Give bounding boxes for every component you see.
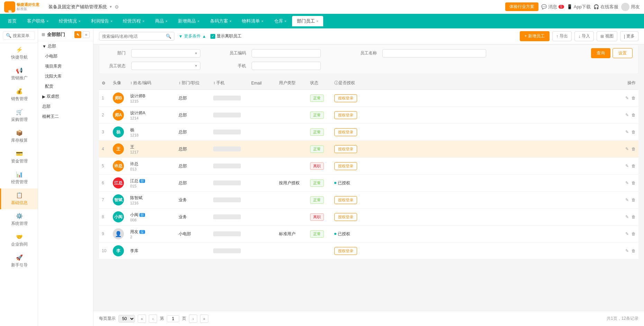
sidebar-item-quick-nav[interactable]: ⚡ 快捷导航 [0, 43, 38, 64]
import-btn[interactable]: ↓ 导入 [574, 31, 594, 41]
tab-department-active[interactable]: 部门员工 × [292, 16, 323, 26]
dept-collapse-icon[interactable]: « [83, 31, 90, 38]
delete-icon[interactable]: 🗑 [632, 214, 636, 219]
tab-bom[interactable]: 物料清单 × [237, 16, 268, 26]
search-input[interactable] [102, 34, 164, 39]
edit-icon[interactable]: ✎ [625, 231, 629, 236]
sidebar-item-collab[interactable]: 🤝 企业协同 [0, 230, 38, 251]
col-dept-position[interactable]: ↕ 部门/职位 [176, 77, 210, 90]
tab-history[interactable]: 经营历程 × [118, 16, 149, 26]
edit-icon[interactable]: ✎ [625, 96, 629, 100]
edit-icon[interactable]: ✎ [625, 214, 629, 219]
dept-edit-icon[interactable]: ✎ [74, 31, 81, 38]
sidebar-item-operation[interactable]: 📊 经营管理 [0, 168, 38, 188]
dept-item-peihuo[interactable]: 配货 [38, 81, 93, 91]
delete-icon[interactable]: 🗑 [632, 164, 636, 168]
delete-icon[interactable]: 🗑 [632, 248, 636, 253]
sidebar-item-guide[interactable]: 🚀 新手引导 [0, 251, 38, 272]
auth-btn[interactable]: 授权登录 [334, 94, 357, 102]
close-icon[interactable]: × [261, 19, 263, 23]
close-icon[interactable]: × [110, 19, 112, 23]
row-auth[interactable]: 授权登录 [332, 141, 373, 158]
close-icon[interactable]: × [284, 19, 287, 23]
phone-input[interactable] [252, 62, 321, 70]
next-page-btn[interactable]: › [189, 315, 197, 323]
sidebar-item-purchase[interactable]: 🛒 采购管理 [0, 105, 38, 126]
search-menu-wrap[interactable]: 🔍 [3, 31, 35, 40]
tab-goods[interactable]: 商品 × [150, 16, 172, 26]
tab-business[interactable]: 经营情况 × [54, 16, 85, 26]
sidebar-item-inventory[interactable]: 📦 库存核算 [0, 126, 38, 147]
add-employee-btn[interactable]: + 新增员工 [520, 31, 550, 41]
emp-code-input[interactable] [252, 49, 321, 58]
row-auth[interactable]: 授权登录 [332, 90, 373, 107]
view-btn[interactable]: ⊞ 视图 [597, 31, 617, 41]
sidebar-item-system[interactable]: ⚙️ 系统管理 [0, 209, 38, 230]
dept-select-wrap[interactable] [131, 49, 200, 58]
row-auth[interactable]: 授权登录 [332, 192, 373, 209]
edit-icon[interactable]: ✎ [625, 113, 629, 117]
dept-item-project[interactable]: 项目库房 [38, 61, 93, 71]
prev-page-btn[interactable]: ‹ [149, 315, 157, 323]
delete-icon[interactable]: 🗑 [632, 113, 636, 117]
search-menu-input[interactable] [13, 33, 32, 38]
query-btn[interactable]: 查询 [591, 48, 610, 58]
tab-profit[interactable]: 利润报告 × [86, 16, 117, 26]
row-auth[interactable]: 授权登录 [332, 243, 373, 259]
auth-btn[interactable]: 授权登录 [334, 111, 357, 119]
delete-icon[interactable]: 🗑 [632, 231, 636, 236]
row-auth[interactable]: 授权登录 [332, 107, 373, 124]
show-inactive-wrap[interactable]: ✓ 显示离职员工 [210, 33, 242, 39]
tab-customer[interactable]: 客户联络 × [22, 16, 53, 26]
edit-icon[interactable]: ✎ [625, 147, 629, 151]
row-auth[interactable]: 授权登录 [332, 124, 373, 141]
app-download-btn[interactable]: 📱 App下载 [567, 4, 591, 10]
online-service-btn[interactable]: 🎧 在线客服 [593, 4, 618, 10]
edit-icon[interactable]: ✎ [625, 180, 629, 185]
dept-select[interactable] [131, 49, 200, 58]
trial-btn[interactable]: 体验行业方案 [505, 2, 538, 11]
set-btn[interactable]: 设置 [613, 48, 633, 58]
close-icon[interactable]: × [316, 19, 318, 23]
edit-icon[interactable]: ✎ [625, 248, 629, 253]
edit-icon[interactable]: ✎ [625, 130, 629, 134]
col-settings[interactable]: ⚙ [99, 77, 110, 90]
col-name-code[interactable]: ↕ 姓名/编码 [127, 77, 176, 90]
show-inactive-checkbox[interactable]: ✓ [210, 34, 215, 39]
current-page-input[interactable] [167, 315, 179, 322]
edit-icon[interactable]: ✎ [625, 164, 629, 168]
row-auth[interactable]: 授权登录 [332, 209, 373, 226]
col-phone[interactable]: ↕ 手机 [210, 77, 248, 90]
sidebar-item-basic-info[interactable]: 📋 基础信息 [0, 188, 38, 209]
close-icon[interactable]: × [142, 19, 144, 23]
auth-btn[interactable]: 授权登录 [334, 196, 357, 204]
dept-item-zongbu[interactable]: 总部 [38, 102, 93, 112]
user-menu[interactable]: 用友 [621, 3, 640, 11]
auth-btn[interactable]: 授权登录 [334, 247, 357, 255]
more-filter-btn[interactable]: ▼ 更多条件 ▲ [179, 33, 206, 39]
first-page-btn[interactable]: « [138, 315, 146, 323]
delete-icon[interactable]: 🗑 [632, 180, 636, 185]
close-icon[interactable]: × [229, 19, 232, 23]
dept-item-xiaodibu[interactable]: 小电部 [38, 51, 93, 61]
tab-barcode[interactable]: 条码方案 × [205, 16, 236, 26]
dept-item-zhishu[interactable]: 植树王二 [38, 112, 93, 122]
per-page-select[interactable]: 50 [118, 315, 135, 323]
more-btn[interactable]: | 更多 [620, 31, 638, 41]
sidebar-item-sales[interactable]: 💰 销售管理 [0, 85, 38, 105]
row-auth[interactable]: 授权登录 [332, 158, 373, 175]
emp-name-input[interactable] [382, 49, 486, 58]
auth-btn[interactable]: 授权登录 [334, 213, 357, 221]
tab-home[interactable]: 首页 [3, 16, 21, 26]
dropdown-arrow-icon[interactable]: ▼ [109, 5, 112, 9]
close-icon[interactable]: × [165, 19, 167, 23]
dept-item-shuangnie[interactable]: ▶ 双虐想 [38, 91, 93, 102]
sidebar-item-finance[interactable]: 💳 资金管理 [0, 147, 38, 168]
delete-icon[interactable]: 🗑 [632, 147, 636, 151]
close-icon[interactable]: × [197, 19, 199, 23]
dept-item-zongbu-parent[interactable]: ▼ 总部 [38, 41, 93, 51]
delete-icon[interactable]: 🗑 [632, 130, 636, 134]
auth-btn[interactable]: 授权登录 [334, 162, 357, 170]
auth-btn[interactable]: 授权登录 [334, 128, 357, 136]
emp-status-select[interactable] [131, 62, 200, 70]
